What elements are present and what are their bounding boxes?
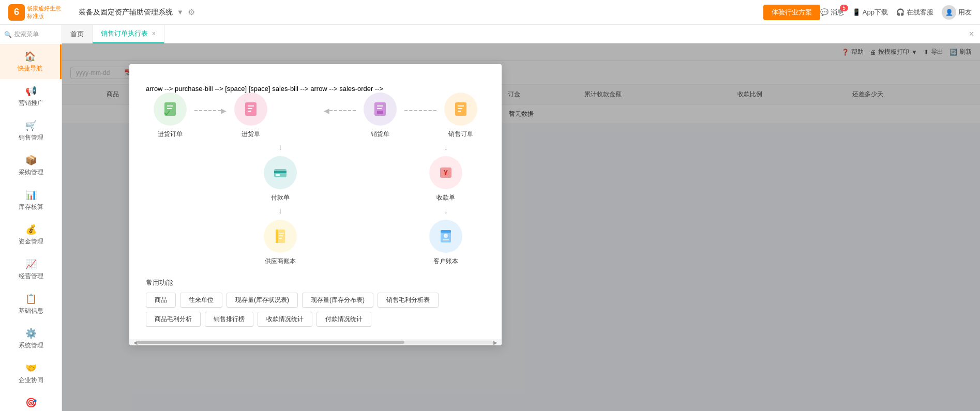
sidebar-item-marketing[interactable]: 📢 营销推广 xyxy=(0,79,62,114)
avatar-icon: 👤 xyxy=(945,9,953,16)
flow-row-3: 付款单 ¥ 收款单 xyxy=(146,156,485,202)
svg-rect-26 xyxy=(441,230,451,233)
svg-rect-21 xyxy=(276,230,278,243)
func-btn-2[interactable]: 现存量(库存状况表) xyxy=(227,293,298,308)
sidebar-item-enterprise[interactable]: 🤝 企业协同 xyxy=(0,356,62,391)
sales-order-icon xyxy=(444,93,477,126)
flow-row-5: 供应商账本 客户账本 xyxy=(146,220,485,266)
supplier-ledger-label: 供应商账本 xyxy=(265,257,296,266)
flow-area: arrow --> purchase-bill --> [space] [spa… xyxy=(146,77,485,274)
sales-bill-label: 销货单 xyxy=(371,130,389,139)
arrow-sales-order-to-bill: ◀ xyxy=(324,106,356,125)
arrow-purchase-to-bill: ▶ xyxy=(194,106,227,125)
operations-icon: 📈 xyxy=(25,258,37,270)
sidebar-item-quick-nav[interactable]: 🏠 快捷导航 xyxy=(0,44,62,79)
download-icon: 📱 xyxy=(852,8,861,16)
top-bar: 6 畅康通好生意 标准版 装备及固定资产辅助管理系统 ▼ ⚙ 体验行业方案 💬 … xyxy=(0,0,980,25)
logo-text: 畅康通好生意 标准版 xyxy=(27,5,61,20)
arrow-v-receipt: ↓ xyxy=(415,206,477,216)
logo-area: 6 畅康通好生意 标准版 xyxy=(8,4,70,21)
arrow-v-purchase: ↓ xyxy=(249,143,311,152)
flow-row-4: ↓ ↓ xyxy=(146,206,485,216)
scrollbar-right-icon[interactable]: ▶ xyxy=(493,340,497,345)
content-area: 首页 销售订单执行表 × × ❓ 帮助 🖨 xyxy=(62,25,980,411)
sales-order-label: 销售订单 xyxy=(448,130,473,139)
popup-scrollbar[interactable]: ◀ ▶ xyxy=(129,339,502,345)
dropdown-icon[interactable]: ▼ xyxy=(177,8,184,16)
message-badge: 5 xyxy=(840,5,848,11)
service-icon: 🎧 xyxy=(896,8,904,16)
common-functions: 常用功能 商品往来单位现存量(库存状况表)现存量(库存分布表)销售毛利分析表商品… xyxy=(146,278,485,327)
app-download-item[interactable]: 📱 App下载 xyxy=(852,8,888,17)
receipt-bill-node: ¥ 收款单 xyxy=(415,156,477,202)
arrow-v-payment: ↓ xyxy=(249,206,311,216)
customer-ledger-label: 客户账本 xyxy=(433,257,458,266)
avatar: 👤 xyxy=(942,5,956,20)
tab-sales-orders[interactable]: 销售订单执行表 × xyxy=(93,25,164,43)
sidebar-item-operations[interactable]: 📈 经营管理 xyxy=(0,252,62,287)
receipt-bill-label: 收款单 xyxy=(436,193,455,202)
system-name: 装备及固定资产辅助管理系统 xyxy=(79,8,173,17)
sidebar-item-inventory[interactable]: 📊 库存核算 xyxy=(0,183,62,218)
sidebar-item-purchase[interactable]: 📦 采购管理 xyxy=(0,148,62,183)
func-btn-8[interactable]: 付款情况统计 xyxy=(316,312,371,327)
payment-bill-label: 付款单 xyxy=(271,193,290,202)
func-btn-4[interactable]: 销售毛利分析表 xyxy=(378,293,439,308)
tab-close-icon[interactable]: × xyxy=(152,30,156,37)
sidebar-item-finance[interactable]: 💰 资金管理 xyxy=(0,218,62,252)
flow-row-2: ↓ ↓ xyxy=(146,143,485,152)
func-btn-5[interactable]: 商品毛利分析 xyxy=(146,312,201,327)
svg-rect-10 xyxy=(377,111,383,114)
purchase-bill-node: 进货单 xyxy=(227,93,275,139)
purchase-order-label: 进货订单 xyxy=(158,130,183,139)
flow-popup: arrow --> purchase-bill --> [space] [spa… xyxy=(129,64,502,345)
tab-home[interactable]: 首页 xyxy=(62,25,93,43)
scrollbar-left-icon[interactable]: ◀ xyxy=(133,340,138,345)
purchase-order-icon xyxy=(154,93,187,126)
sales-bill-icon xyxy=(364,93,397,126)
sidebar-search[interactable]: 🔍 搜索菜单 xyxy=(0,25,62,44)
sales-icon: 🛒 xyxy=(25,120,37,131)
func-buttons: 商品往来单位现存量(库存状况表)现存量(库存分布表)销售毛利分析表商品毛利分析销… xyxy=(146,293,485,327)
func-btn-3[interactable]: 现存量(库存分布表) xyxy=(302,293,373,308)
func-btn-6[interactable]: 销售排行榜 xyxy=(205,312,253,327)
func-btn-0[interactable]: 商品 xyxy=(146,293,176,308)
purchase-icon: 📦 xyxy=(25,155,37,166)
tab-bar: 首页 销售订单执行表 × × xyxy=(62,25,980,43)
func-btn-1[interactable]: 往来单位 xyxy=(180,293,222,308)
purchase-bill-icon xyxy=(234,93,267,126)
user-item[interactable]: 👤 用友 xyxy=(942,5,972,20)
flow-row-1: 进货订单 ▶ xyxy=(146,93,485,139)
newbie-icon: 🎯 xyxy=(25,397,37,408)
scrollbar-track xyxy=(138,341,493,344)
search-inner[interactable]: 🔍 搜索菜单 xyxy=(4,30,57,39)
message-item[interactable]: 💬 消息 5 xyxy=(820,8,844,17)
tab-bar-close-icon[interactable]: × xyxy=(963,29,980,39)
sidebar-item-newbie[interactable]: 🎯 新手引导 xyxy=(0,391,62,411)
svg-rect-16 xyxy=(274,171,287,173)
app-container: 6 畅康通好生意 标准版 装备及固定资产辅助管理系统 ▼ ⚙ 体验行业方案 💬 … xyxy=(0,0,980,411)
func-btn-7[interactable]: 收款情况统计 xyxy=(258,312,312,327)
quick-nav-icon: 🏠 xyxy=(24,51,36,62)
payment-bill-icon xyxy=(264,156,297,189)
sidebar-item-system[interactable]: ⚙️ 系统管理 xyxy=(0,322,62,356)
system-icon: ⚙️ xyxy=(25,328,37,339)
scrollbar-thumb[interactable] xyxy=(138,341,404,344)
sidebar-item-sales[interactable]: 🛒 销售管理 xyxy=(0,114,62,148)
supplier-ledger-icon xyxy=(264,220,297,253)
online-service-item[interactable]: 🎧 在线客服 xyxy=(896,8,933,17)
svg-rect-17 xyxy=(276,174,280,176)
inventory-icon: 📊 xyxy=(25,189,37,201)
supplier-ledger-node: 供应商账本 xyxy=(249,220,311,266)
finance-icon: 💰 xyxy=(25,224,37,235)
message-icon: 💬 xyxy=(820,8,828,16)
sales-order-node: 销售订单 xyxy=(436,93,485,139)
customer-ledger-icon xyxy=(429,220,462,253)
gear-icon[interactable]: ⚙ xyxy=(188,7,195,17)
system-title: 装备及固定资产辅助管理系统 ▼ ⚙ xyxy=(79,7,763,17)
arrow-v-sales: ↓ xyxy=(415,143,477,152)
marketing-icon: 📢 xyxy=(25,85,37,97)
experience-button[interactable]: 体验行业方案 xyxy=(763,5,820,20)
search-icon: 🔍 xyxy=(4,31,12,38)
sidebar-item-basic[interactable]: 📋 基础信息 xyxy=(0,287,62,322)
